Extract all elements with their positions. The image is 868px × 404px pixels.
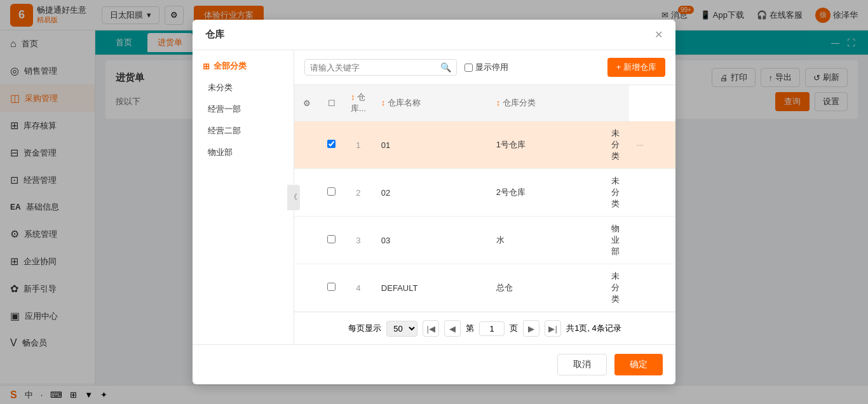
page-input[interactable]	[479, 321, 505, 336]
sort-icon-name: ↕	[381, 98, 386, 107]
row-category: 未分类	[604, 169, 629, 217]
dialog-body: ⊞ 全部分类 未分类 经营一部 经营二部 物业部 《 🔍	[193, 50, 675, 344]
grid-icon: ⊞	[203, 62, 210, 71]
category-item-property[interactable]: 物业部	[193, 142, 294, 163]
row-num: 3	[343, 217, 374, 264]
next-page-btn[interactable]: ▶	[523, 320, 539, 337]
row-name: 总仓	[489, 264, 604, 312]
row-checkbox[interactable]	[327, 140, 336, 148]
row-name: 水	[489, 217, 604, 264]
row-num: 4	[343, 264, 374, 312]
row-dots-menu[interactable]	[629, 264, 675, 312]
close-icon[interactable]: ✕	[654, 29, 663, 41]
row-gear	[294, 217, 320, 264]
show-disabled-checkbox[interactable]	[465, 64, 473, 72]
sort-icon: ↕	[351, 92, 355, 102]
per-page-select[interactable]: 50	[386, 321, 417, 337]
table-row[interactable]: 1 01 1号仓库 未分类 ···	[294, 121, 675, 169]
table-row[interactable]: 4 DEFAULT 总仓 未分类	[294, 264, 675, 312]
table-row[interactable]: 3 03 水 物业部	[294, 217, 675, 264]
row-num: 1	[343, 121, 374, 169]
search-icon: 🔍	[440, 62, 451, 72]
category-item-dept1[interactable]: 经营一部	[193, 98, 294, 120]
col-check: ☐	[320, 85, 343, 121]
cancel-button[interactable]: 取消	[557, 354, 607, 375]
row-code: 03	[374, 217, 489, 264]
col-name: ↕ 仓库名称	[374, 85, 489, 121]
dialog-title: 仓库	[205, 29, 224, 41]
row-category: 未分类	[604, 121, 629, 169]
row-checkbox[interactable]	[327, 235, 336, 243]
row-dots-menu[interactable]	[629, 169, 675, 217]
total-label: 共1页, 4条记录	[566, 323, 621, 334]
row-code: 01	[374, 121, 489, 169]
row-gear	[294, 121, 320, 169]
sort-icon-cat: ↕	[496, 98, 501, 107]
per-page-label: 每页显示	[348, 323, 381, 334]
category-item-unclassified[interactable]: 未分类	[193, 77, 294, 98]
row-dots-menu[interactable]: ···	[629, 121, 675, 169]
col-gear: ⚙	[294, 85, 320, 121]
dialog-footer: 取消 确定	[193, 344, 675, 384]
warehouse-dialog: 仓库 ✕ ⊞ 全部分类 未分类 经营一部 经营二部 物业部 《	[193, 20, 675, 384]
dialog-header: 仓库 ✕	[193, 20, 675, 50]
collapse-panel-btn[interactable]: 《	[287, 185, 300, 210]
table-row[interactable]: 2 02 2号仓库 未分类	[294, 169, 675, 217]
row-category: 物业部	[604, 217, 629, 264]
confirm-button[interactable]: 确定	[614, 354, 663, 375]
row-gear	[294, 264, 320, 312]
col-code: ↕ 仓库...	[343, 85, 374, 121]
table-panel: 🔍 显示停用 + 新增仓库 ⚙ ☐	[294, 50, 675, 344]
last-page-btn[interactable]: ▶|	[545, 320, 561, 337]
page-label: 第	[466, 323, 474, 334]
row-num: 2	[343, 169, 374, 217]
category-item-dept2[interactable]: 经营二部	[193, 120, 294, 142]
row-code: DEFAULT	[374, 264, 489, 312]
modal-overlay: 仓库 ✕ ⊞ 全部分类 未分类 经营一部 经营二部 物业部 《	[0, 0, 868, 404]
row-category: 未分类	[604, 264, 629, 312]
show-disabled-label[interactable]: 显示停用	[465, 62, 508, 73]
row-checkbox[interactable]	[327, 283, 336, 291]
show-disabled-text: 显示停用	[475, 62, 508, 73]
row-checkbox-cell[interactable]	[320, 121, 343, 169]
category-all[interactable]: ⊞ 全部分类	[193, 55, 294, 77]
row-dots-menu[interactable]	[629, 217, 675, 264]
warehouse-table: ⚙ ☐ ↕ 仓库... ↕ 仓库名称	[294, 85, 675, 312]
row-checkbox[interactable]	[327, 187, 336, 196]
first-page-btn[interactable]: |◀	[423, 320, 439, 337]
search-input-wrap: 🔍	[304, 59, 457, 76]
row-name: 1号仓库	[489, 121, 604, 169]
row-code: 02	[374, 169, 489, 217]
row-checkbox-cell[interactable]	[320, 264, 343, 312]
col-actions	[604, 85, 629, 121]
category-all-label: 全部分类	[214, 60, 247, 72]
search-input[interactable]	[310, 63, 440, 72]
row-checkbox-cell[interactable]	[320, 169, 343, 217]
col-category: ↕ 仓库分类	[489, 85, 604, 121]
category-panel: ⊞ 全部分类 未分类 经营一部 经营二部 物业部 《	[193, 50, 294, 344]
row-checkbox-cell[interactable]	[320, 217, 343, 264]
add-warehouse-btn[interactable]: + 新增仓库	[607, 58, 665, 77]
search-bar: 🔍 显示停用 + 新增仓库	[294, 50, 675, 85]
page-suffix: 页	[510, 323, 518, 334]
prev-page-btn[interactable]: ◀	[444, 320, 461, 337]
row-name: 2号仓库	[489, 169, 604, 217]
pagination: 每页显示 50 |◀ ◀ 第 页 ▶ ▶| 共1页, 4条记录	[294, 312, 675, 344]
